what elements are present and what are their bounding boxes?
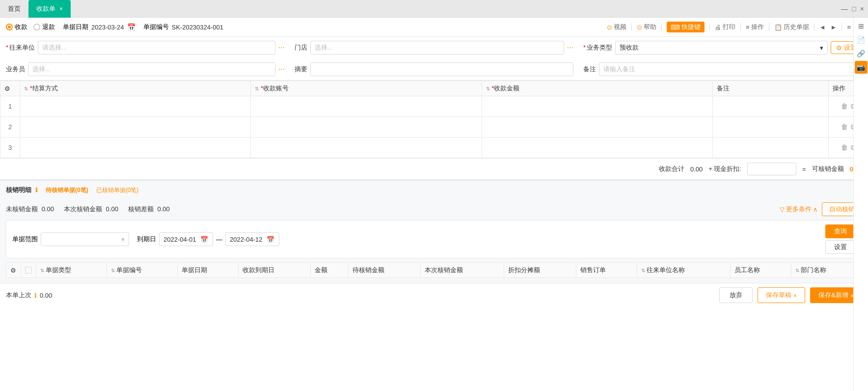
bottom-col-amount: 金额 [310,263,348,278]
sidebar-doc-icon[interactable]: 📄 [855,33,868,46]
salesman-more[interactable]: ··· [278,65,285,74]
toolbar-print[interactable]: 🖨 打印 [715,23,735,31]
tab-receipt-close[interactable]: × [59,5,63,12]
abandon-btn[interactable]: 放弃 [719,287,753,303]
minimize-btn[interactable]: — [841,5,848,13]
history-icon: 📋 [774,24,782,31]
biz-type-field: 业务类型 预收款 ▾ ⚙ 设置 [583,41,862,55]
verification-info-icon[interactable]: ℹ [35,187,38,194]
query-btn[interactable]: 查询 [825,224,856,238]
radio-refund[interactable]: 退款 [33,23,55,31]
doc-no-label: 单据编号 [143,23,169,31]
bottom-gear-icon[interactable]: ⚙ [10,267,16,274]
calendar-to-icon[interactable]: 📅 [267,236,274,243]
draft-btn[interactable]: 保存草稿 ∧ [758,287,805,303]
diff-value: 0.00 [158,205,170,213]
print-icon: 🖨 [715,24,721,31]
select-all-checkbox[interactable] [25,267,32,274]
doc-date-group: 单据日期 2023-03-24 📅 [63,23,136,31]
row-2-settle[interactable] [20,117,251,138]
divider2 [661,23,662,31]
toolbar-shortcut[interactable]: ⌨ 快捷键 [667,22,705,32]
bottom-table: ⚙ ⇅ 单据类型 ⇅ 单据编号 [6,262,862,278]
col-amount-sort[interactable]: ⇅ [486,86,490,91]
store-input[interactable]: 选择... [310,41,564,55]
table-gear-icon[interactable]: ⚙ [4,85,10,92]
divider6 [814,23,814,31]
store-more[interactable]: ··· [567,43,573,52]
row-3-account[interactable] [251,138,482,158]
abstract-input[interactable] [310,62,573,76]
row-1-account[interactable] [251,96,482,117]
toolbar-video[interactable]: ⊙ 视频 [607,23,626,31]
col-settle: ⇅ *结算方式 [20,81,251,96]
toolbar-history[interactable]: 📋 历史单据 [774,23,809,31]
filter-setting-btn[interactable]: 设置 [825,240,856,254]
row-2-account[interactable] [251,117,482,138]
calendar-from-icon[interactable]: 📅 [200,236,208,243]
video-icon: ⊙ [607,24,612,31]
toolbar-shortcut-label: 快捷键 [681,23,701,31]
next-icon[interactable]: ► [831,24,837,31]
footer-info-icon[interactable]: ℹ [34,292,37,299]
toolbar-actions[interactable]: ≡ 操作 [746,23,764,31]
row-3-remark[interactable] [712,138,828,158]
range-label: 单据范围 [12,235,38,244]
tab-done[interactable]: 已核销单据(0笔) [96,186,139,195]
row-2-amount[interactable] [482,117,712,138]
date-from-input[interactable]: 2022-04-01 📅 [159,232,213,246]
date-picker-icon[interactable]: 📅 [127,23,136,31]
maximize-btn[interactable]: □ [852,5,856,13]
row-1-delete-icon[interactable]: 🗑 [841,102,848,111]
divider4 [740,23,741,31]
footer-base-label: 本单上次 [6,291,31,300]
radio-receipt[interactable]: 收款 [6,23,27,31]
biz-type-label: 业务类型 [583,43,612,52]
abstract-label: 摘要 [295,65,307,74]
bottom-col-type: ⇅ 单据类型 [36,263,107,278]
row-1-settle[interactable] [20,96,251,117]
radio-group: 收款 退款 [6,23,55,31]
range-select[interactable]: ▾ [41,232,129,246]
salesman-input[interactable]: 选择... [28,62,275,76]
row-3-delete-icon[interactable]: 🗑 [841,143,848,152]
row-1-amount[interactable] [482,96,712,117]
bottom-col-partner: ⇅ 往来单位名称 [637,263,731,278]
prev-icon[interactable]: ◄ [819,24,826,31]
col-settle-sort[interactable]: ⇅ [24,86,28,91]
row-2-delete-icon[interactable]: 🗑 [841,123,848,131]
shortcut-icon: ⌨ [671,24,680,31]
more-filter-btn[interactable]: ▽ 更多条件 ∧ [780,205,818,214]
col-account-sort[interactable]: ⇅ [255,86,259,91]
discount-input[interactable] [747,163,796,175]
data-table-container: ⚙ ⇅ *结算方式 ⇅ *收款账号 ⇅ *收款金额 备注 [0,81,868,158]
date-to-input[interactable]: 2022-04-12 📅 [225,232,279,246]
tab-pending[interactable]: 待核销单据(0笔) [46,186,88,195]
row-2-remark[interactable] [712,117,828,138]
remark-input[interactable]: 请输入备注 [599,62,862,76]
form-row-2: 业务员 选择... ··· 摘要 备注 请输入备注 [6,62,862,76]
divider7 [841,23,842,31]
section-title: 核销明细 ℹ [6,186,38,195]
summary-row: 收款合计 0.00 + 现金折扣: = 可核销金额 0.00 [0,158,868,179]
range-field: 单据范围 ▾ [12,232,129,246]
row-1-remark[interactable] [712,96,828,117]
sidebar-table-icon[interactable]: ⊞ [855,20,868,32]
menu-icon[interactable]: ≡ [847,24,851,31]
row-3-amount[interactable] [482,138,712,158]
close-btn[interactable]: × [860,5,864,13]
counterpart-input[interactable]: 请选择... [38,41,275,55]
toolbar-print-label: 打印 [723,23,735,31]
stats-row: 未核销金额 0.00 本次核销金额 0.00 核销差额 0.00 ▽ 更多条件 … [6,198,862,220]
toolbar-help[interactable]: ⊙ 帮助 [637,23,656,31]
tab-receipt[interactable]: 收款单 × [28,0,71,18]
counterpart-more[interactable]: ··· [278,43,285,52]
tab-home[interactable]: 首页 [0,0,28,18]
sidebar-link-icon[interactable]: 🔗 [855,47,868,60]
sidebar-camera-icon[interactable]: 📷 [855,61,868,74]
row-3-settle[interactable] [20,138,251,158]
biz-type-select[interactable]: 预收款 ▾ [615,41,828,55]
radio-refund-circle [33,24,40,30]
col-amount: ⇅ *收款金额 [482,81,712,96]
divider1 [631,23,632,31]
